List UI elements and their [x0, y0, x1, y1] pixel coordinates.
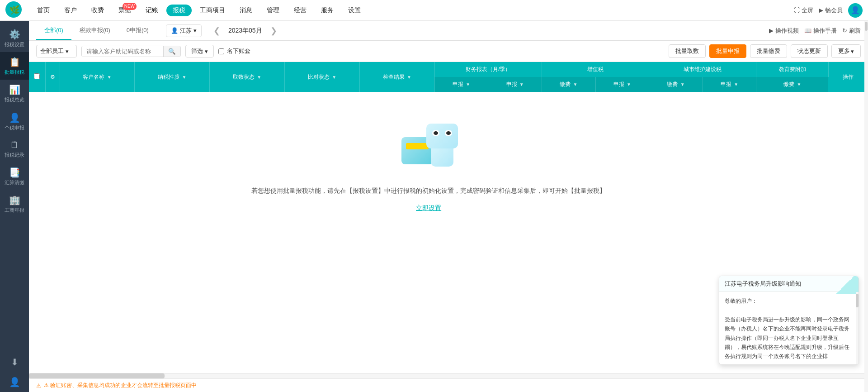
th-edu-declare: 申报 ▼ [703, 77, 756, 92]
fullscreen-button[interactable]: ⛶ 全屏 [794, 6, 813, 14]
horizontal-scrollbar[interactable] [29, 373, 868, 378]
batch-declare-button[interactable]: 批量申报 [709, 44, 746, 58]
sidebar-item-batch-tax[interactable]: 📋 批量报税 [0, 52, 29, 80]
search-wrapper: 🔍 [81, 46, 181, 57]
nav-manage[interactable]: 管理 [260, 5, 286, 16]
th-fetch-status: 取数状态 ▼ [210, 62, 285, 92]
th-vat-pay: 缴费 ▼ [542, 77, 595, 92]
month-prev-arrow[interactable]: ❮ [211, 25, 223, 37]
th-settings: ⚙ [45, 62, 60, 92]
select-all-checkbox[interactable] [34, 73, 40, 79]
search-input[interactable] [82, 46, 163, 57]
operation-video-btn[interactable]: ▶ 操作视频 [769, 27, 799, 35]
book-icon: 📖 [804, 27, 811, 34]
nav-home[interactable]: 首页 [31, 5, 56, 16]
nav-customer[interactable]: 客户 [58, 5, 83, 16]
sort-icon: ▼ [797, 82, 802, 87]
sidebar-item-user[interactable]: 👤 [7, 372, 22, 392]
bottom-notification: ⚠ ⚠ 验证账密、采集信息均成功的企业才会流转至批量报税页面中 [29, 378, 868, 392]
th-compare-status: 比对状态 ▼ [285, 62, 360, 92]
chevron-down-icon: ▾ [193, 27, 197, 34]
member-icon: ▶ [819, 7, 823, 14]
avatar[interactable]: 👤 [848, 3, 863, 18]
nav-bookkeeping[interactable]: 记账 [139, 5, 165, 16]
sort-icon: ▼ [257, 75, 261, 80]
sidebar-item-download[interactable]: ⬇ [7, 352, 22, 372]
th-fr-declare: 申报 ▼ [434, 77, 488, 92]
toolbar: 全部员工 ▾ 🔍 筛选 ▾ 名下账套 批量取数 批量申报 批量缴费 状态更新 [29, 41, 868, 62]
nav-fee[interactable]: 收费 [85, 5, 110, 16]
nav-operation[interactable]: 经营 [288, 5, 313, 16]
search-button[interactable]: 🔍 [163, 46, 180, 57]
user-icon: 👤 [9, 377, 20, 387]
notification-text: 尊敬的用户： 受当前电子税务局进一步升级的影响，同一个政务网账号（办税人）名下的… [725, 296, 850, 361]
status-update-button[interactable]: 状态更新 [791, 44, 828, 58]
nav-tax[interactable]: 报税 [166, 5, 192, 16]
tab-right-actions: ▶ 操作视频 📖 操作手册 ↻ 刷新 [769, 27, 861, 35]
th-operation: 操作 [828, 62, 868, 92]
nav-service[interactable]: 服务 [315, 5, 340, 16]
th-education-tax: 教育费附加 [756, 62, 828, 77]
batch-tax-icon: 📋 [9, 57, 20, 67]
sidebar-item-tax-records[interactable]: 🗒 报税记录 [0, 135, 29, 163]
batch-fetch-button[interactable]: 批量取数 [669, 44, 706, 58]
right-scroll-thumb [865, 22, 868, 31]
region-selector[interactable]: 👤 江苏 ▾ [166, 24, 202, 37]
batch-pay-button[interactable]: 批量缴费 [750, 44, 787, 58]
nav-business[interactable]: 工商项目 [193, 5, 231, 16]
th-customer-name: 客户名称 ▼ [60, 62, 135, 92]
filter-button[interactable]: 筛选 ▾ [185, 45, 214, 57]
month-next-arrow[interactable]: ❯ [268, 25, 280, 37]
notification-body: 尊敬的用户： 受当前电子税务局进一步升级的影响，同一个政务网账号（办税人）名下的… [719, 292, 856, 364]
sidebar-item-annual-report[interactable]: 🏢 工商年报 [0, 190, 29, 218]
nav-settings[interactable]: 设置 [342, 5, 367, 16]
member-button[interactable]: ▶ 畅会员 [819, 6, 843, 14]
tax-overview-icon: 📊 [9, 84, 20, 95]
new-badge: NEW [123, 3, 137, 10]
sort-icon: ▼ [466, 82, 470, 87]
nav-invoice[interactable]: 票据 NEW [112, 5, 137, 16]
settings-icon[interactable]: ⚙ [50, 74, 55, 80]
video-icon: ▶ [769, 27, 774, 34]
empty-hint-text: 若您想使用批量报税功能，请先在【报税设置】中进行报税的初始化设置，完成密码验证和… [251, 187, 606, 195]
empty-state: 若您想使用批量报税功能，请先在【报税设置】中进行报税的初始化设置，完成密码验证和… [29, 92, 828, 239]
corner-decoration [831, 276, 859, 294]
refresh-btn[interactable]: ↻ 刷新 [842, 27, 861, 35]
svg-text:🌿: 🌿 [9, 5, 20, 15]
right-scrollbar[interactable] [864, 21, 868, 392]
top-navigation: 🌿 首页 客户 收费 票据 NEW 记账 报税 工商项目 消息 管理 经营 服务… [0, 0, 868, 21]
th-tax-nature: 纳税性质 ▼ [135, 62, 210, 92]
tab-tax-declare[interactable]: 税款申报(0) [71, 22, 118, 40]
chevron-down-icon: ▾ [205, 48, 208, 55]
sort-icon: ▼ [519, 82, 524, 87]
account-checkbox-label[interactable]: 名下账套 [218, 47, 250, 55]
operation-manual-btn[interactable]: 📖 操作手册 [804, 27, 837, 35]
tab-all[interactable]: 全部(0) [36, 22, 71, 40]
sort-icon: ▼ [107, 75, 112, 80]
region-icon: 👤 [171, 27, 178, 34]
sidebar-item-tax-settings[interactable]: ⚙️ 报税设置 [0, 24, 29, 52]
account-checkbox[interactable] [218, 48, 224, 54]
th-financial-report: 财务报表（月/季） [434, 62, 542, 77]
tab-bar: 全部(0) 税款申报(0) 0申报(0) 👤 江苏 ▾ ❮ 2023年05月 ❯… [29, 21, 868, 41]
th-checkbox [29, 62, 45, 92]
notification-scroll-thumb [856, 294, 859, 307]
employee-select-label: 全部员工 [40, 47, 64, 55]
scrollbar-thumb[interactable] [29, 373, 165, 378]
more-button[interactable]: 更多 ▾ [831, 44, 861, 58]
tax-records-icon: 🗒 [10, 140, 19, 150]
employee-select[interactable]: 全部员工 ▾ [36, 45, 77, 57]
tab-zero-declare[interactable]: 0申报(0) [118, 22, 157, 40]
robot-illustration [392, 119, 465, 178]
notification-scrollbar[interactable] [856, 292, 859, 364]
sort-icon: ▼ [407, 75, 411, 80]
sidebar-item-tax-overview[interactable]: 📊 报税总览 [0, 80, 29, 107]
warning-icon: ⚠ [36, 382, 41, 389]
refresh-icon: ↻ [842, 27, 847, 34]
nav-message[interactable]: 消息 [233, 5, 259, 16]
sort-icon: ▼ [734, 82, 738, 87]
nav-menu: 首页 客户 收费 票据 NEW 记账 报税 工商项目 消息 管理 经营 服务 设… [31, 5, 794, 16]
sidebar-item-personal-tax[interactable]: 👤 个税申报 [0, 108, 29, 135]
setup-link[interactable]: 立即设置 [416, 204, 441, 212]
sidebar-item-annual-settlement[interactable]: 📑 汇算清缴 [0, 163, 29, 190]
